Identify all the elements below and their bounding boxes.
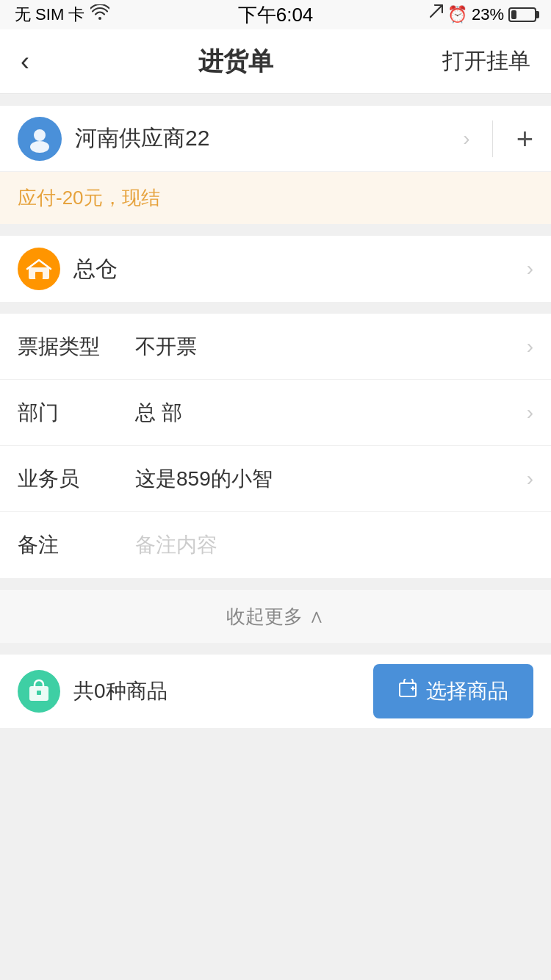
- invoice-value: 不开票: [120, 333, 521, 361]
- dept-label: 部门: [18, 399, 120, 427]
- form-section: 票据类型 不开票 › 部门 总 部 › 业务员 这是859的小智 › 备注 备注…: [0, 314, 551, 578]
- location-icon: [430, 4, 443, 25]
- vertical-divider: [492, 120, 493, 157]
- dept-row[interactable]: 部门 总 部 ›: [0, 380, 551, 446]
- gray-background: [0, 728, 551, 948]
- product-icon: [18, 670, 60, 713]
- wifi-icon: [90, 4, 109, 25]
- svg-rect-5: [37, 691, 41, 695]
- notice-text: 应付-20元，现结: [18, 187, 160, 209]
- warehouse-chevron-icon: ›: [527, 257, 533, 281]
- nav-bar: ‹ 进货单 打开挂单: [0, 29, 551, 94]
- bottom-bar: 共0种商品 选择商品: [0, 655, 551, 728]
- select-product-label: 选择商品: [426, 677, 508, 705]
- battery-icon: [508, 7, 536, 22]
- salesperson-value: 这是859的小智: [120, 465, 521, 493]
- invoice-chevron-icon: ›: [527, 335, 533, 359]
- warehouse-icon: [18, 248, 60, 290]
- page-title: 进货单: [198, 45, 273, 79]
- top-divider: [0, 94, 551, 106]
- status-time: 下午6:04: [238, 2, 314, 28]
- notice-bar: 应付-20元，现结: [0, 172, 551, 224]
- open-pending-button[interactable]: 打开挂单: [442, 46, 530, 76]
- dept-value: 总 部: [120, 399, 521, 427]
- svg-point-0: [34, 129, 46, 141]
- collapse-button[interactable]: 收起更多 ∧: [0, 590, 551, 643]
- select-product-button[interactable]: 选择商品: [373, 664, 533, 718]
- salesperson-chevron-icon: ›: [527, 467, 533, 491]
- invoice-row[interactable]: 票据类型 不开票 ›: [0, 314, 551, 380]
- remark-row[interactable]: 备注 备注内容: [0, 512, 551, 578]
- supplier-avatar: [18, 117, 62, 161]
- cart-icon: [398, 679, 419, 705]
- dept-chevron-icon: ›: [527, 401, 533, 425]
- salesperson-label: 业务员: [18, 465, 120, 493]
- remark-input[interactable]: 备注内容: [120, 531, 533, 559]
- supplier-section: 河南供应商22 › +: [0, 106, 551, 172]
- remark-label: 备注: [18, 531, 120, 559]
- supplier-name[interactable]: 河南供应商22: [75, 123, 463, 154]
- invoice-label: 票据类型: [18, 333, 120, 361]
- supplier-chevron-icon: ›: [463, 127, 469, 151]
- status-bar: 无 SIM 卡 下午6:04 ⏰ 23%: [0, 0, 551, 29]
- product-count: 共0种商品: [73, 677, 373, 705]
- svg-point-1: [30, 141, 49, 153]
- add-supplier-button[interactable]: +: [516, 124, 533, 154]
- salesperson-row[interactable]: 业务员 这是859的小智 ›: [0, 446, 551, 512]
- warehouse-section[interactable]: 总仓 ›: [0, 236, 551, 302]
- svg-rect-3: [35, 272, 43, 279]
- back-button[interactable]: ‹: [21, 46, 29, 77]
- alarm-icon: ⏰: [447, 5, 467, 24]
- battery-pct: 23%: [472, 5, 504, 24]
- warehouse-name: 总仓: [73, 254, 527, 284]
- status-left: 无 SIM 卡: [15, 4, 109, 26]
- carrier-text: 无 SIM 卡: [15, 4, 84, 26]
- collapse-label: 收起更多 ∧: [226, 604, 324, 630]
- status-right: ⏰ 23%: [430, 4, 536, 25]
